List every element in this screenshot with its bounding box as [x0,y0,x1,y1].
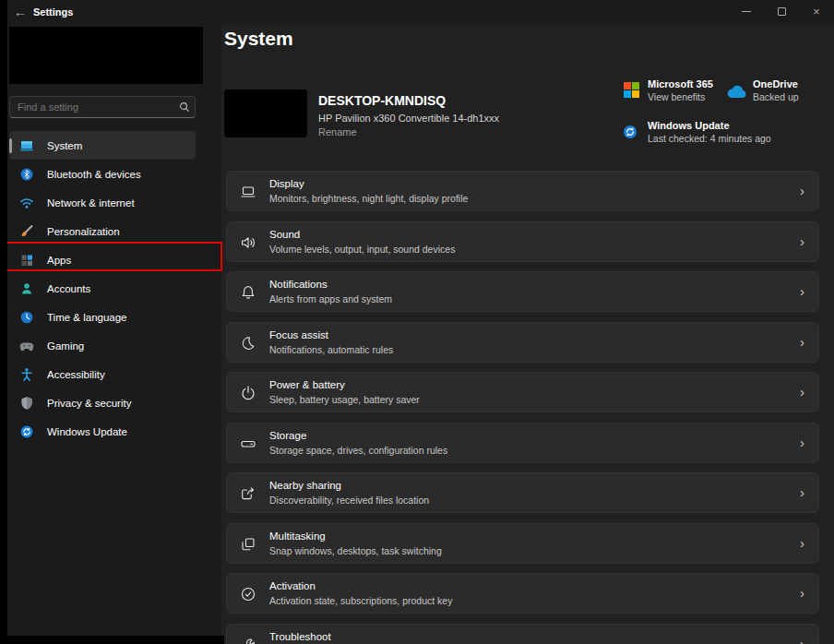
settings-row-multitasking[interactable]: Multitasking Snap windows, desktops, tas… [226,523,819,564]
view-benefits-link[interactable]: View benefits [648,91,713,102]
settings-row-activation[interactable]: Activation Activation state, subscriptio… [226,573,819,614]
row-subtitle: Activation state, subscriptions, product… [269,595,452,606]
settings-row-display[interactable]: Display Monitors, brightness, night ligh… [226,171,819,211]
sidebar-item-label: Bluetooth & devices [47,169,141,180]
close-button[interactable]: × [799,0,834,23]
row-subtitle: Snap windows, desktops, task switching [269,545,442,556]
row-subtitle: Alerts from apps and system [269,293,392,304]
settings-row-power-battery[interactable]: Power & battery Sleep, battery usage, ba… [226,372,819,412]
notifications-icon [240,284,256,301]
window-title: Settings [33,6,73,18]
titlebar: ← Settings × [0,0,834,23]
nearby-sharing-icon [240,485,256,502]
status-title: OneDrive [753,78,799,89]
rename-link[interactable]: Rename [318,126,357,137]
time-language-icon [19,310,34,325]
chevron-right-icon: › [800,435,804,450]
search-input[interactable] [10,101,174,113]
window-bottom-edge [0,636,224,644]
sidebar-item-bluetooth-devices[interactable]: Bluetooth & devices [9,160,196,188]
personalization-icon [19,224,34,239]
settings-row-focus-assist[interactable]: Focus assist Notifications, automatic ru… [226,322,819,363]
microsoft-365-icon [624,82,640,99]
status-subtitle: Backed up [753,91,799,102]
sidebar-item-label: Windows Update [47,426,127,437]
chevron-right-icon: › [800,183,804,198]
settings-list: Display Monitors, brightness, night ligh… [226,171,819,644]
network-icon [19,196,34,210]
back-button[interactable]: ← [11,3,30,21]
window-left-edge [0,0,7,644]
sidebar-item-privacy-security[interactable]: Privacy & security [9,388,196,417]
device-name: DESKTOP-KMNDISQ [318,93,446,108]
sidebar-item-label: Accessibility [47,369,105,380]
row-subtitle: Discoverability, received files location [269,495,429,506]
gaming-icon [19,339,34,353]
settings-row-troubleshoot[interactable]: Troubleshoot › [226,624,819,644]
sidebar-item-windows-update[interactable]: Windows Update [9,417,196,446]
settings-row-notifications[interactable]: Notifications Alerts from apps and syste… [226,271,819,312]
sidebar-item-time-language[interactable]: Time & language [9,303,196,331]
maximize-icon [778,7,786,16]
maximize-button[interactable] [764,0,799,23]
sidebar-item-accessibility[interactable]: Accessibility [9,360,196,388]
accounts-icon [19,281,34,296]
row-subtitle: Monitors, brightness, night light, displ… [269,193,468,204]
status-title: Windows Update [648,120,771,131]
row-title: Nearby sharing [269,480,341,491]
bluetooth-icon [19,167,34,182]
row-subtitle: Volume levels, output, input, sound devi… [269,244,455,255]
row-subtitle: Notifications, automatic rules [269,344,393,355]
settings-row-nearby-sharing[interactable]: Nearby sharing Discoverability, received… [226,472,819,513]
sidebar-item-label: Accounts [47,283,90,294]
back-arrow-icon: ← [14,5,27,19]
status-subtitle: Last checked: 4 minutes ago [648,133,771,144]
row-title: Activation [269,580,316,591]
chevron-right-icon: › [800,636,804,644]
selected-indicator [9,138,12,153]
chevron-right-icon: › [800,283,804,299]
row-title: Display [269,178,304,189]
sidebar-item-label: Personalization [47,226,120,237]
windows-update-icon [19,424,34,439]
row-title: Focus assist [269,329,328,340]
sidebar-item-network-internet[interactable]: Network & internet [9,188,196,217]
onedrive-icon [726,85,747,99]
system-icon [19,138,34,153]
sound-icon [240,234,256,251]
power-battery-icon [240,385,256,401]
status-title: Microsoft 365 [648,78,713,89]
row-subtitle: Storage space, drives, configuration rul… [269,445,447,456]
sidebar-item-label: Network & internet [47,197,135,209]
chevron-right-icon: › [800,334,804,350]
sidebar-item-accounts[interactable]: Accounts [9,274,196,303]
sidebar-item-system[interactable]: System [9,131,196,160]
apps-highlight-box [3,242,222,271]
sidebar-item-gaming[interactable]: Gaming [9,331,196,360]
device-model: HP Pavilion x360 Convertible 14-dh1xxx [318,113,499,124]
row-subtitle: Sleep, battery usage, battery saver [269,394,420,405]
activation-icon [240,586,256,602]
row-title: Multitasking [269,531,326,542]
chevron-right-icon: › [800,585,804,601]
accessibility-icon [19,367,34,382]
row-title: Notifications [269,279,328,290]
troubleshoot-icon [240,637,256,644]
status-card-onedrive: OneDrive Backed up [753,78,799,102]
sidebar-item-label: Time & language [47,312,127,323]
search-icon [174,101,195,113]
close-icon: × [813,6,820,18]
multitasking-icon [240,536,256,553]
minimize-button[interactable] [729,0,764,23]
sidebar-item-label: Gaming [47,340,84,352]
sidebar-nav: System Bluetooth & devices Network & int… [9,131,196,446]
minimize-icon [742,11,751,12]
user-account-redacted [9,27,203,84]
status-card-microsoft-365: Microsoft 365 View benefits [648,78,713,102]
search-box[interactable] [9,96,196,118]
storage-icon [240,435,256,452]
privacy-security-icon [19,396,34,411]
settings-row-storage[interactable]: Storage Storage space, drives, configura… [226,423,819,463]
sidebar-item-label: System [47,140,82,151]
settings-row-sound[interactable]: Sound Volume levels, output, input, soun… [226,221,819,262]
